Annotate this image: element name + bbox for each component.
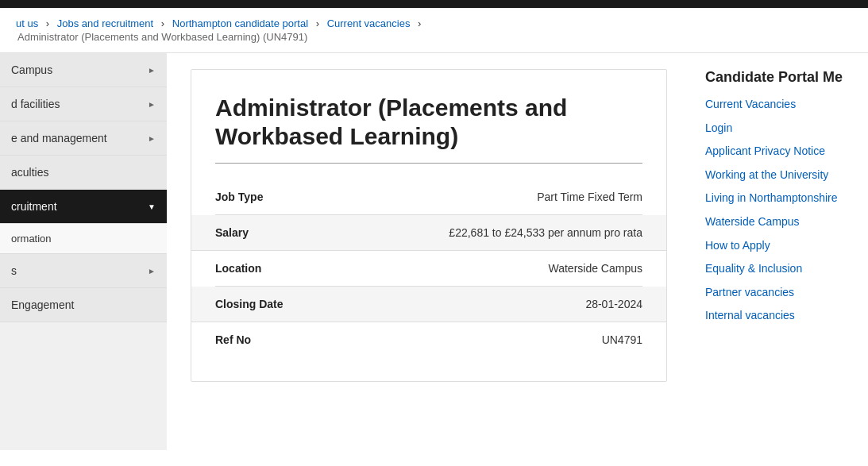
right-link-partner[interactable]: Partner vacancies [705, 285, 856, 301]
breadcrumb-separator-2: › [161, 17, 164, 29]
job-label-refno: Ref No [215, 333, 318, 346]
sidebar-item-s[interactable]: s ► [0, 254, 167, 288]
breadcrumb: ut us › Jobs and recruitment › Northampt… [0, 8, 868, 53]
right-link-working[interactable]: Working at the University [705, 168, 856, 183]
job-card: Administrator (Placements and Workbased … [191, 69, 667, 382]
breadcrumb-link-about[interactable]: ut us [16, 17, 38, 29]
right-link-internal[interactable]: Internal vacancies [705, 308, 856, 324]
sidebar-arrow-facilities: ► [148, 100, 156, 109]
sidebar-arrow-recruitment: ▼ [148, 202, 156, 211]
breadcrumb-link-vacancies[interactable]: Current vacancies [327, 17, 411, 29]
sidebar-item-recruitment[interactable]: cruitment ▼ [0, 190, 167, 224]
breadcrumb-link-portal[interactable]: Northampton candidate portal [172, 17, 308, 29]
job-value-salary: £22,681 to £24,533 per annum pro rata [449, 226, 642, 239]
job-label-type: Job Type [215, 191, 318, 203]
sidebar-label-faculties: aculties [11, 166, 48, 179]
job-detail-refno: Ref No UN4791 [215, 322, 642, 357]
job-title: Administrator (Placements and Workbased … [215, 94, 642, 164]
sidebar-item-engagement[interactable]: Engagement [0, 288, 167, 322]
sidebar-label-campus: Campus [11, 64, 52, 76]
sidebar-arrow-management: ► [148, 134, 156, 143]
sidebar-label-s: s [11, 264, 17, 277]
breadcrumb-separator-3: › [316, 17, 319, 29]
job-label-salary: Salary [215, 226, 318, 239]
job-value-closing: 28-01-2024 [585, 298, 642, 310]
job-detail-salary: Salary £22,681 to £24,533 per annum pro … [191, 215, 666, 251]
sidebar-item-campus[interactable]: Campus ► [0, 53, 167, 87]
job-detail-location: Location Waterside Campus [215, 251, 642, 287]
right-link-how-to-apply[interactable]: How to Apply [705, 238, 856, 254]
right-link-living[interactable]: Living in Northamptonshire [705, 191, 856, 206]
sidebar-item-faculties[interactable]: aculties [0, 156, 167, 190]
job-value-type: Part Time Fixed Term [537, 191, 642, 203]
job-value-refno: UN4791 [602, 333, 642, 346]
sidebar-label-information: ormation [11, 233, 52, 245]
sidebar-arrow-s: ► [148, 267, 156, 275]
page-layout: Campus ► d facilities ► e and management… [0, 53, 868, 450]
breadcrumb-separator-4: › [418, 17, 421, 29]
right-link-equality[interactable]: Equality & Inclusion [705, 261, 856, 277]
sidebar-item-facilities[interactable]: d facilities ► [0, 87, 167, 121]
sidebar-label-engagement: Engagement [11, 298, 74, 311]
right-sidebar: Candidate Portal Me Current Vacancies Lo… [693, 53, 868, 450]
sidebar-item-information[interactable]: ormation [0, 224, 167, 254]
right-link-waterside[interactable]: Waterside Campus [705, 214, 856, 230]
breadcrumb-separator-1: › [46, 17, 49, 29]
right-link-current-vacancies[interactable]: Current Vacancies [705, 97, 856, 113]
main-content: Administrator (Placements and Workbased … [167, 53, 693, 450]
breadcrumb-current: Administrator (Placements and Workbased … [16, 31, 852, 43]
sidebar-label-management: e and management [11, 132, 107, 144]
job-detail-closing: Closing Date 28-01-2024 [191, 287, 666, 322]
sidebar-arrow-campus: ► [148, 66, 156, 75]
job-label-location: Location [215, 262, 318, 275]
left-sidebar: Campus ► d facilities ► e and management… [0, 53, 167, 450]
right-sidebar-heading: Candidate Portal Me [705, 69, 856, 86]
sidebar-label-recruitment: cruitment [11, 200, 57, 213]
breadcrumb-link-jobs[interactable]: Jobs and recruitment [57, 17, 153, 29]
right-link-privacy[interactable]: Applicant Privacy Notice [705, 144, 856, 160]
top-bar [0, 0, 868, 8]
sidebar-item-management[interactable]: e and management ► [0, 121, 167, 156]
job-detail-type: Job Type Part Time Fixed Term [215, 179, 642, 215]
job-label-closing: Closing Date [215, 298, 318, 310]
right-link-login[interactable]: Login [705, 121, 856, 137]
job-value-location: Waterside Campus [548, 262, 642, 275]
sidebar-label-facilities: d facilities [11, 98, 60, 110]
